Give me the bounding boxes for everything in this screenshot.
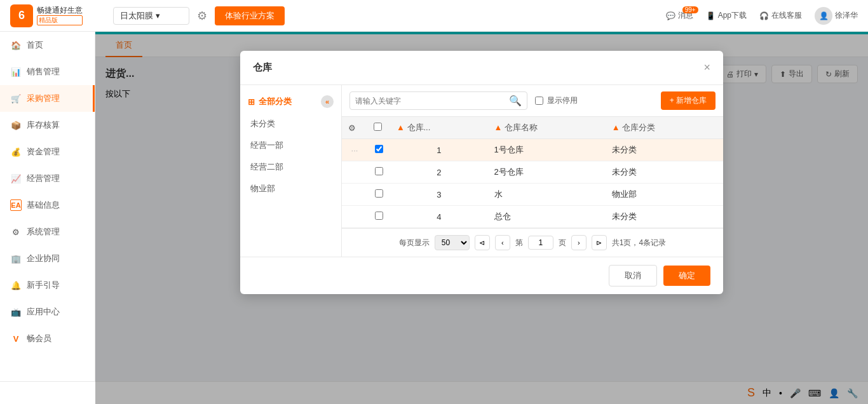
col-checkbox xyxy=(367,117,390,139)
table-scroll: ⚙ ▲ 仓库... xyxy=(342,117,723,228)
page-suffix: 页 xyxy=(559,238,566,248)
sidebar-item-home[interactable]: 🏠 首页 xyxy=(0,32,95,58)
basic-info-icon: EA xyxy=(10,199,22,211)
row-checkbox-cell[interactable] xyxy=(367,184,390,206)
last-page-button[interactable]: ⊳ xyxy=(592,235,607,250)
sidebar-item-basic-info[interactable]: EA 基础信息 xyxy=(0,192,95,219)
all-categories-label: 全部分类 xyxy=(259,96,292,107)
row-checkbox-cell[interactable] xyxy=(367,139,390,161)
sidebar-item-purchase[interactable]: 🛒 采购管理 xyxy=(0,85,95,112)
row-select-checkbox[interactable] xyxy=(375,189,383,198)
col-name: ▲ 仓库名称 xyxy=(488,117,606,139)
sidebar-item-label-purchase: 采购管理 xyxy=(27,93,60,104)
modal-header: 仓库 × xyxy=(240,51,723,85)
sidebar-item-label-app-center: 应用中心 xyxy=(27,306,60,318)
sidebar-item-member[interactable]: V 畅会员 xyxy=(0,325,95,352)
modal-close-button[interactable]: × xyxy=(703,61,710,74)
cat-item-2[interactable]: 经营二部 xyxy=(240,156,341,178)
sidebar-item-label-member: 畅会员 xyxy=(27,333,51,344)
page-number-input[interactable] xyxy=(528,236,553,250)
row-name: 2号仓库 xyxy=(488,161,606,184)
sidebar: 🏠 首页 📊 销售管理 🛒 采购管理 📦 库存核算 💰 资金管理 📈 经营管理 … xyxy=(0,32,95,404)
sidebar-item-label-guide: 新手引导 xyxy=(27,279,60,291)
pagination: 每页显示 50 10 20 100 ⊲ ‹ 第 页 xyxy=(342,228,723,257)
category-panel: ⊞ 全部分类 « 未分类 经营一部 经营二部 物业部 xyxy=(240,85,342,257)
search-box: 🔍 xyxy=(349,91,527,110)
sidebar-item-system[interactable]: ⚙ 系统管理 xyxy=(0,219,95,245)
operations-icon: 📈 xyxy=(10,173,22,184)
col-category: ▲ 仓库分类 xyxy=(606,117,723,139)
gear-icon[interactable]: ⚙ xyxy=(348,123,356,133)
name-sort-icon: ▲ xyxy=(494,123,503,132)
row-category: 未分类 xyxy=(606,139,723,161)
app-download-item[interactable]: 📱 App下载 xyxy=(706,10,747,21)
logo-text: 畅捷通好生意 xyxy=(37,6,83,16)
logo-icon: 6 xyxy=(10,4,33,27)
cat-item-3[interactable]: 物业部 xyxy=(240,178,341,199)
row-checkbox-cell[interactable] xyxy=(367,206,390,228)
next-page-button[interactable]: › xyxy=(571,235,587,250)
user-area[interactable]: 👤 徐泽华 xyxy=(815,7,858,25)
modal-overlay: 仓库 × ⊞ 全部分类 « 未分类 经营一部 经营二部 xyxy=(95,32,868,404)
app-icon: 📱 xyxy=(706,11,715,20)
row-gear xyxy=(342,161,367,184)
finance-icon: 💰 xyxy=(10,146,22,158)
sidebar-item-label-basic-info: 基础信息 xyxy=(27,199,60,211)
table-toolbar: 🔍 显示停用 + 新增仓库 xyxy=(342,85,723,117)
sidebar-item-guide[interactable]: 🔔 新手引导 xyxy=(0,272,95,299)
first-page-button[interactable]: ⊲ xyxy=(475,235,490,250)
row-gear xyxy=(342,206,367,228)
app-label: App下载 xyxy=(718,10,747,21)
search-input[interactable] xyxy=(355,97,505,105)
row-checkbox-cell[interactable] xyxy=(367,161,390,184)
row-select-checkbox[interactable] xyxy=(375,167,383,175)
inventory-icon: 📦 xyxy=(10,119,22,131)
collapse-button[interactable]: « xyxy=(321,95,334,108)
confirm-button[interactable]: 确定 xyxy=(663,266,710,286)
message-icon-item[interactable]: 💬 消息 99+ xyxy=(666,10,693,21)
sidebar-item-sales[interactable]: 📊 销售管理 xyxy=(0,58,95,85)
col-gear: ⚙ xyxy=(342,117,367,139)
store-selector[interactable]: 日太阳膜 ▾ xyxy=(113,7,189,25)
service-label: 在线客服 xyxy=(771,10,802,21)
show-disabled-checkbox[interactable]: 显示停用 xyxy=(535,95,578,106)
sidebar-item-label-home: 首页 xyxy=(27,39,43,51)
online-service-item[interactable]: 🎧 在线客服 xyxy=(759,10,802,21)
cancel-button[interactable]: 取消 xyxy=(609,265,657,286)
sidebar-item-label-finance: 资金管理 xyxy=(27,146,60,158)
page-summary: 共1页，4条记录 xyxy=(612,238,666,248)
modal-title: 仓库 xyxy=(253,62,272,74)
table-panel: 🔍 显示停用 + 新增仓库 xyxy=(342,85,723,257)
row-name: 水 xyxy=(488,184,606,206)
experience-button[interactable]: 体验行业方案 xyxy=(215,6,285,25)
warehouse-modal: 仓库 × ⊞ 全部分类 « 未分类 经营一部 经营二部 xyxy=(240,51,723,294)
sidebar-item-label-system: 系统管理 xyxy=(27,226,60,238)
table-row[interactable]: 2 2号仓库 未分类 xyxy=(342,161,723,184)
gear-button[interactable]: ⚙ xyxy=(197,9,207,23)
sidebar-item-operations[interactable]: 📈 经营管理 xyxy=(0,165,95,192)
logo-area: 6 畅捷通好生意 精品版 xyxy=(10,4,105,27)
table-row[interactable]: 3 水 物业部 xyxy=(342,184,723,206)
cat-item-1[interactable]: 经营一部 xyxy=(240,135,341,156)
sidebar-item-label-inventory: 库存核算 xyxy=(27,119,60,131)
cat-item-0[interactable]: 未分类 xyxy=(240,113,341,135)
row-select-checkbox[interactable] xyxy=(375,212,383,220)
row-number: 4 xyxy=(390,206,488,228)
select-all-checkbox[interactable] xyxy=(374,123,382,131)
table-row[interactable]: ··· 1 1号仓库 未分类 xyxy=(342,139,723,161)
add-warehouse-button[interactable]: + 新增仓库 xyxy=(661,91,715,110)
prev-page-button[interactable]: ‹ xyxy=(495,235,510,250)
search-icon: 🔍 xyxy=(509,95,522,107)
sidebar-item-inventory[interactable]: 📦 库存核算 xyxy=(0,112,95,138)
sales-icon: 📊 xyxy=(10,66,22,77)
per-page-select[interactable]: 50 10 20 100 xyxy=(435,235,470,250)
sidebar-item-finance[interactable]: 💰 资金管理 xyxy=(0,138,95,165)
page-label: 第 xyxy=(515,238,523,248)
show-disabled-input[interactable] xyxy=(535,97,543,105)
sidebar-item-app-center[interactable]: 📺 应用中心 xyxy=(0,299,95,325)
row-select-checkbox[interactable] xyxy=(375,145,383,153)
sidebar-item-enterprise[interactable]: 🏢 企业协同 xyxy=(0,245,95,272)
guide-icon: 🔔 xyxy=(10,279,22,291)
category-all[interactable]: ⊞ 全部分类 « xyxy=(240,90,341,113)
table-row[interactable]: 4 总仓 未分类 xyxy=(342,206,723,228)
